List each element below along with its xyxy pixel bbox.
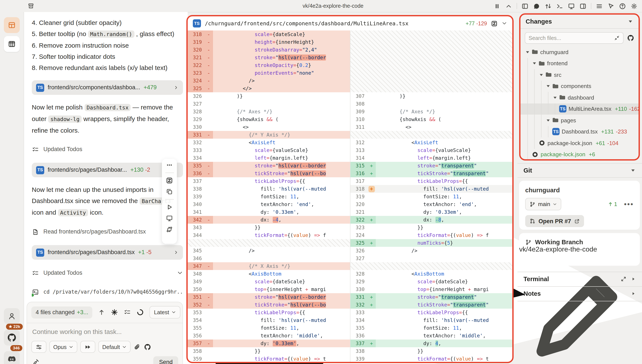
diff-line: 331- {/* Y Axis */} [188, 131, 350, 139]
tree-folder-dashboard[interactable]: dashboard [520, 92, 638, 103]
send-button[interactable]: Send [154, 356, 178, 364]
repo-card: churnguard main 1 ••• Open PR #7 [519, 181, 640, 230]
settings-sliders-button[interactable] [31, 341, 46, 353]
chevup-icon[interactable] [505, 2, 512, 10]
diff-line: 323- pointerEvents="none" [188, 69, 350, 77]
tree-folder-frontend[interactable]: frontend [520, 58, 638, 69]
pull-request-icon [529, 218, 535, 224]
files-changed-chip[interactable]: 4 files changed +3... [31, 306, 93, 318]
mode-dropdown[interactable]: Default [98, 341, 131, 353]
diff-line: 355 fontSize: 11, [188, 324, 350, 332]
diff-line: 327 [350, 254, 513, 262]
swap-icon[interactable] [544, 2, 552, 10]
working-branch-input[interactable]: vk/4e2a-explore-the-code [519, 246, 640, 364]
zed-icon[interactable] [166, 177, 173, 184]
terminal-section-header[interactable]: Terminal [517, 272, 642, 286]
spark-icon[interactable] [111, 309, 118, 316]
editor-icon[interactable] [491, 20, 498, 27]
scroll-to-top-icon[interactable] [98, 309, 106, 316]
collapse-tree-icon[interactable] [614, 35, 620, 41]
dotsh-icon[interactable] [166, 162, 173, 169]
tree-file-MultiLineArea.tsx[interactable]: TSMultiLineArea.tsx+110-162 [520, 103, 638, 114]
notes-section-header[interactable]: Notes [517, 287, 642, 300]
menu-icon[interactable] [596, 2, 603, 10]
tree-file-package-lock.json[interactable]: package-lock.json+61-104 [520, 137, 638, 149]
edit-icon[interactable] [519, 253, 640, 364]
git-section-header[interactable]: Git [517, 164, 642, 177]
changes-title: Changes [526, 18, 552, 25]
open-pr-button[interactable]: Open PR #7 [525, 215, 584, 227]
github-cat-icon[interactable] [144, 343, 151, 350]
folder-icon [531, 49, 538, 56]
ts-file-icon: TS [559, 106, 566, 113]
tree-folder-src[interactable]: src [520, 69, 638, 80]
file-diff-chip[interactable]: TSfrontend/src/pages/Dashboar...+130 -2 [32, 163, 183, 177]
caret-right-icon [631, 291, 636, 296]
add-comment-button[interactable]: + [368, 186, 375, 192]
terminal-title: Terminal [523, 276, 549, 282]
branch-selector[interactable]: main [525, 198, 561, 210]
diff-line: 325+ numTicks={5} [350, 239, 513, 247]
rail-item-discord[interactable] [4, 351, 20, 364]
gear-icon[interactable] [630, 2, 638, 10]
external-link-icon [574, 218, 580, 224]
updated-todos-row[interactable]: Updated Todos [32, 144, 183, 155]
tree-folder-churnguard[interactable]: churnguard [520, 46, 638, 58]
diff-line: 347- {/* X Axis */} [188, 262, 350, 270]
removed-count: -129 [476, 20, 487, 26]
github-cat-icon[interactable] [627, 34, 634, 42]
changed-files-tree: churnguardfrontendsrccomponentsdashboard… [520, 46, 638, 160]
tree-folder-pages[interactable]: pages [520, 114, 638, 126]
terminal-icon[interactable] [556, 2, 563, 10]
panelR-icon[interactable] [579, 2, 586, 10]
collapse-diff-icon[interactable] [502, 20, 507, 26]
rail-item-boards[interactable] [4, 36, 20, 52]
play-icon[interactable] [166, 204, 173, 211]
files-changed-label: 4 files changed [36, 309, 75, 316]
fast-forward-button[interactable] [80, 341, 95, 353]
rail-item-layout-active[interactable] [4, 17, 20, 33]
copy-icon[interactable] [166, 188, 173, 195]
archive-icon[interactable] [28, 2, 34, 10]
diff-line: 314 left={margin.left} [350, 154, 513, 162]
todo-list-item: 6. Remove zoom instruction noise [32, 40, 183, 51]
diff-line: 334 left={margin.left} [188, 154, 350, 162]
caret-down-icon[interactable] [627, 18, 633, 24]
rail-item-github[interactable] [4, 330, 20, 346]
diff-line: 319 fontSize: 11, [350, 193, 513, 200]
diff-line: 307 )} [350, 92, 513, 100]
file-diff-chip[interactable]: TSfrontend/src/pages/Dashboard.tsx+1 -5 [32, 245, 183, 260]
arrow-up-icon [608, 201, 613, 207]
broom-icon[interactable] [32, 358, 40, 364]
monitor-icon[interactable] [166, 214, 173, 222]
changes-header[interactable]: Changes [520, 14, 638, 29]
rail-item-account[interactable] [4, 308, 20, 324]
pointer-icon[interactable] [607, 2, 614, 10]
loading-spinner [137, 309, 144, 316]
model-dropdown[interactable]: Opus [49, 341, 77, 353]
pause-icon[interactable] [493, 2, 501, 10]
tree-file-Dashboard.tsx[interactable]: TSDashboard.tsx+131-233 [520, 126, 638, 137]
message-input[interactable]: Continue working on this task... [27, 323, 183, 335]
todos-icon[interactable] [124, 309, 131, 316]
gitcompare-icon[interactable] [166, 226, 173, 233]
diff-line: 346 [188, 254, 350, 262]
expand-icon[interactable] [620, 276, 626, 282]
diff-line: 353 tickLabelProps={{ [188, 309, 350, 316]
updated-todos-row[interactable]: Updated Todos [32, 268, 183, 278]
panelL-icon[interactable] [521, 2, 529, 10]
tree-folder-components[interactable]: components [520, 80, 638, 92]
chat-icon[interactable] [533, 2, 540, 10]
search-files-input[interactable]: Search files... [525, 32, 623, 44]
monitor-icon[interactable] [568, 2, 575, 10]
file-diff-chip[interactable]: TSfrontend/src/components/dashboa...+479 [32, 80, 183, 95]
latest-dropdown[interactable]: Latest [150, 306, 180, 318]
help-icon[interactable] [619, 2, 626, 10]
attach-icon[interactable] [134, 343, 141, 350]
tree-file-package-lock.json[interactable]: package-lock.json+6 [520, 149, 638, 160]
terminal-command-row[interactable]: cd /private/var/folders/10/h7w0q46556ggr… [32, 286, 183, 298]
diff-line: 348 <AxisBottom [188, 270, 350, 278]
read-file-row[interactable]: Read frontend/src/pages/Dashboard.tsx [32, 226, 183, 237]
repo-more-button[interactable]: ••• [624, 200, 634, 208]
inline-code: Activity [58, 209, 88, 216]
